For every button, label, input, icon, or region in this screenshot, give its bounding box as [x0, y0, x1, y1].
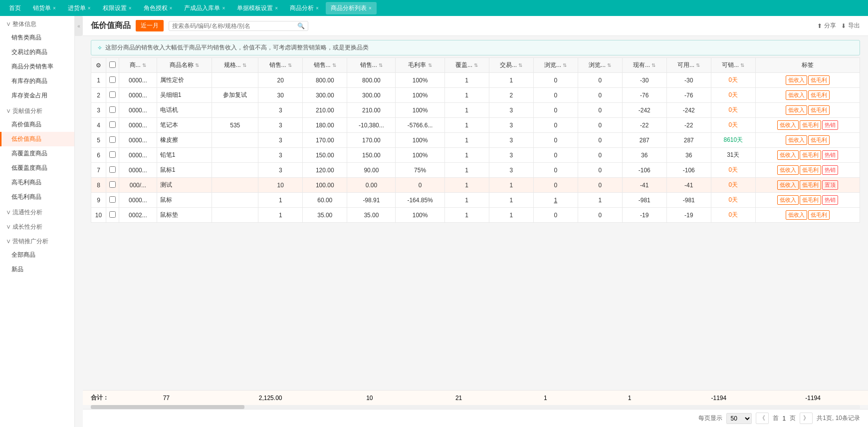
sidebar-section-成长性分析[interactable]: ∨ 成长性分析	[0, 219, 74, 233]
tag-低收入[interactable]: 低收入	[777, 150, 799, 160]
tag-低收入[interactable]: 低收入	[786, 210, 807, 220]
tag-低收入[interactable]: 低收入	[777, 195, 799, 205]
sidebar-item-库存资金占用[interactable]: 库存资金占用	[0, 88, 74, 103]
tag-低毛利[interactable]: 低毛利	[800, 180, 821, 190]
search-icon[interactable]: 🔍	[297, 22, 305, 29]
row-checkbox[interactable]	[106, 88, 119, 103]
tag-低毛利[interactable]: 低毛利	[800, 195, 821, 205]
col-name[interactable]: 商品名称 ⇅	[157, 58, 212, 73]
tag-热销[interactable]: 热销	[822, 120, 838, 130]
row-checkbox[interactable]	[106, 73, 119, 88]
last-page-btn[interactable]: 》	[800, 413, 813, 424]
nav-item-进货单[interactable]: 进货单×	[63, 2, 96, 14]
col-current[interactable]: 现有... ⇅	[622, 58, 666, 73]
share-btn[interactable]: ⬆ 分享	[817, 21, 836, 30]
sidebar-item-有库存的商品[interactable]: 有库存的商品	[0, 74, 74, 88]
col-gear[interactable]: ⚙	[91, 58, 106, 73]
sidebar-item-销售类商品[interactable]: 销售类商品	[0, 30, 74, 45]
tag-低收入[interactable]: 低收入	[786, 75, 807, 85]
col-sales-price[interactable]: 销售... ⇅	[303, 58, 347, 73]
nav-close-icon[interactable]: ×	[275, 5, 278, 11]
col-gross-rate[interactable]: 毛利率 ⇅	[396, 58, 444, 73]
row-checkbox[interactable]	[106, 163, 119, 178]
col-code[interactable]: 商... ⇅	[119, 58, 157, 73]
tag-热销[interactable]: 热销	[822, 150, 838, 160]
col-spec[interactable]: 规格... ⇅	[212, 58, 258, 73]
gear-icon[interactable]: ⚙	[96, 62, 101, 69]
tag-低毛利[interactable]: 低毛利	[808, 105, 830, 115]
sidebar-item-低价值商品[interactable]: 低价值商品	[0, 132, 74, 146]
select-all-checkbox[interactable]	[109, 61, 116, 68]
nav-item-权限设置[interactable]: 权限设置×	[98, 2, 137, 14]
sidebar-item-低毛利商品[interactable]: 低毛利商品	[0, 190, 74, 204]
filter-month-btn[interactable]: 近一月	[136, 20, 164, 31]
tag-低毛利[interactable]: 低毛利	[808, 210, 830, 220]
nav-close-icon[interactable]: ×	[170, 5, 173, 11]
tag-低收入[interactable]: 低收入	[786, 90, 807, 100]
row-saleable: 0天	[711, 178, 755, 193]
sidebar-item-新品[interactable]: 新品	[0, 262, 74, 277]
tag-低毛利[interactable]: 低毛利	[800, 150, 821, 160]
nav-item-单据模板设置[interactable]: 单据模板设置×	[232, 2, 283, 14]
row-checkbox[interactable]	[106, 118, 119, 133]
sidebar-item-全部商品[interactable]: 全部商品	[0, 248, 74, 262]
row-checkbox[interactable]	[106, 103, 119, 118]
col-browse1[interactable]: 浏览... ⇅	[533, 58, 578, 73]
per-page-select[interactable]: 50 100 200	[726, 413, 752, 424]
tag-低毛利[interactable]: 低毛利	[800, 120, 821, 130]
col-check[interactable]	[106, 58, 119, 73]
tag-低收入[interactable]: 低收入	[777, 120, 799, 130]
tag-低毛利[interactable]: 低毛利	[808, 75, 830, 85]
nav-item-商品分析列表[interactable]: 商品分析列表×	[326, 2, 377, 14]
tag-低毛利[interactable]: 低毛利	[808, 135, 830, 145]
nav-item-首页[interactable]: 首页	[4, 2, 26, 14]
row-checkbox[interactable]	[106, 148, 119, 163]
nav-item-角色授权[interactable]: 角色授权×	[139, 2, 178, 14]
tag-置顶[interactable]: 置顶	[822, 180, 838, 190]
col-sales-cost[interactable]: 销售... ⇅	[347, 58, 396, 73]
nav-item-销货单[interactable]: 销货单×	[28, 2, 61, 14]
sidebar-collapse-btn[interactable]: «	[75, 16, 83, 36]
sidebar-section-流通性分析[interactable]: ∨ 流通性分析	[0, 204, 74, 219]
nav-close-icon[interactable]: ×	[88, 5, 91, 11]
col-saleable[interactable]: 可销... ⇅	[711, 58, 755, 73]
tag-低毛利[interactable]: 低毛利	[800, 165, 821, 175]
search-input[interactable]	[172, 22, 295, 29]
nav-close-icon[interactable]: ×	[53, 5, 56, 11]
row-saleable: 0天	[711, 193, 755, 208]
first-page-btn[interactable]: 《	[756, 413, 769, 424]
sidebar-item-商品分类销售率[interactable]: 商品分类销售率	[0, 59, 74, 74]
sidebar-item-高价值商品[interactable]: 高价值商品	[0, 117, 74, 132]
row-checkbox[interactable]	[106, 193, 119, 208]
tag-低毛利[interactable]: 低毛利	[808, 90, 830, 100]
col-cover[interactable]: 覆盖... ⇅	[444, 58, 489, 73]
tag-热销[interactable]: 热销	[822, 195, 838, 205]
nav-close-icon[interactable]: ×	[369, 5, 372, 11]
tag-低收入[interactable]: 低收入	[777, 165, 799, 175]
sidebar-section-贡献值分析[interactable]: ∨ 贡献值分析	[0, 103, 74, 117]
sidebar-item-高毛利商品[interactable]: 高毛利商品	[0, 175, 74, 190]
col-browse2[interactable]: 浏览... ⇅	[578, 58, 622, 73]
tag-低收入[interactable]: 低收入	[786, 105, 807, 115]
row-browse1[interactable]: 1	[533, 193, 578, 208]
nav-close-icon[interactable]: ×	[316, 5, 319, 11]
col-available[interactable]: 可用... ⇅	[666, 58, 711, 73]
sidebar-section-营销推广分析[interactable]: ∨ 营销推广分析	[0, 233, 74, 248]
tag-热销[interactable]: 热销	[822, 165, 838, 175]
tag-低收入[interactable]: 低收入	[786, 135, 807, 145]
sidebar-item-高覆盖度商品[interactable]: 高覆盖度商品	[0, 146, 74, 161]
sidebar-section-整体信息[interactable]: ∨ 整体信息	[0, 16, 74, 30]
nav-close-icon[interactable]: ×	[129, 5, 132, 11]
tag-低收入[interactable]: 低收入	[777, 180, 799, 190]
nav-item-商品分析[interactable]: 商品分析×	[285, 2, 324, 14]
col-trade[interactable]: 交易... ⇅	[489, 58, 533, 73]
sidebar-item-低覆盖度商品[interactable]: 低覆盖度商品	[0, 161, 74, 175]
sidebar-item-交易过的商品[interactable]: 交易过的商品	[0, 45, 74, 59]
export-btn[interactable]: ⬇ 导出	[841, 21, 860, 30]
nav-item-产成品入库单[interactable]: 产成品入库单×	[179, 2, 230, 14]
row-checkbox[interactable]	[106, 208, 119, 223]
row-checkbox[interactable]	[106, 133, 119, 148]
col-sales-qty[interactable]: 销售... ⇅	[258, 58, 303, 73]
nav-close-icon[interactable]: ×	[222, 5, 225, 11]
row-checkbox[interactable]	[106, 178, 119, 193]
